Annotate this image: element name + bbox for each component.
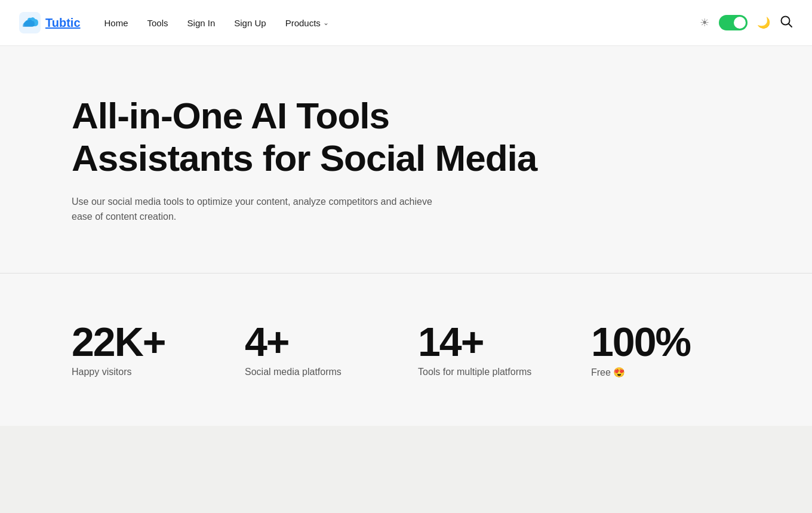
svg-line-2	[789, 23, 792, 26]
stat-free-label: Free 😍	[591, 367, 764, 378]
stat-tools: 14+ Tools for multiple platforms	[418, 321, 591, 378]
stat-platforms: 4+ Social media platforms	[245, 321, 418, 378]
hero-section: All-in-One AI Tools Assistants for Socia…	[0, 46, 812, 273]
stat-free: 100% Free 😍	[591, 321, 764, 378]
stat-visitors-number: 22K+	[72, 321, 245, 362]
nav-signup[interactable]: Sign Up	[234, 18, 266, 28]
stat-tools-label: Tools for multiple platforms	[418, 367, 591, 377]
stat-tools-number: 14+	[418, 321, 591, 362]
stat-visitors-label: Happy visitors	[72, 367, 245, 377]
main-content: All-in-One AI Tools Assistants for Socia…	[0, 0, 812, 513]
stat-free-number: 100%	[591, 321, 764, 362]
logo-link[interactable]: Tubtic	[19, 12, 81, 33]
stats-section: 22K+ Happy visitors 4+ Social media plat…	[0, 274, 812, 426]
logo-icon	[19, 12, 41, 33]
chevron-down-icon: ⌄	[323, 19, 329, 27]
logo-text: Tubtic	[45, 16, 81, 30]
nav-home[interactable]: Home	[104, 18, 128, 28]
nav-tools[interactable]: Tools	[147, 18, 168, 28]
stat-visitors: 22K+ Happy visitors	[72, 321, 245, 378]
bottom-area	[0, 426, 812, 513]
stat-platforms-label: Social media platforms	[245, 367, 418, 377]
stat-platforms-number: 4+	[245, 321, 418, 362]
nav-right-controls: ☀ 🌙	[700, 15, 793, 31]
moon-icon[interactable]: 🌙	[757, 16, 770, 29]
navbar: Tubtic Home Tools Sign In Sign Up Produc…	[0, 0, 812, 46]
theme-toggle[interactable]	[719, 15, 748, 30]
sun-icon[interactable]: ☀	[700, 16, 709, 29]
search-icon[interactable]	[780, 15, 793, 31]
hero-title: All-in-One AI Tools Assistants for Socia…	[72, 94, 537, 180]
nav-signin[interactable]: Sign In	[187, 18, 216, 28]
hero-subtitle: Use our social media tools to optimize y…	[72, 194, 442, 225]
nav-links: Home Tools Sign In Sign Up Products ⌄	[104, 18, 700, 28]
nav-products[interactable]: Products ⌄	[285, 18, 329, 28]
